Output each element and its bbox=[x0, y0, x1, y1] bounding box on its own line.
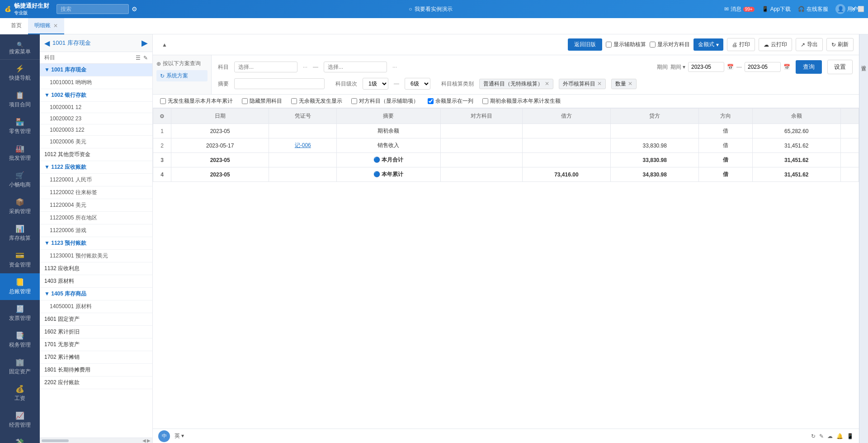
cb-hide-disabled-label[interactable]: 隐藏禁用科目 bbox=[242, 97, 282, 105]
tree-item-1002[interactable]: ▼ 1002 银行存款 bbox=[40, 89, 152, 102]
nav-left-icon[interactable]: ◀ bbox=[44, 39, 50, 48]
lang-label[interactable]: 英 ▾ bbox=[175, 432, 184, 440]
tree-item-1122[interactable]: ▼ 1122 应收账款 bbox=[40, 161, 152, 174]
return-old-btn[interactable]: 返回旧版 bbox=[568, 38, 602, 51]
collapse-more-btn[interactable]: ▲ bbox=[158, 40, 173, 50]
period-start-input[interactable] bbox=[688, 62, 724, 72]
window-close[interactable]: ✕ bbox=[851, 6, 856, 12]
tree-item-1123[interactable]: ▼ 1123 预付账款 bbox=[40, 237, 152, 250]
sidebar-item-purchase[interactable]: 📦 采购管理 bbox=[0, 193, 40, 220]
edit-icon[interactable]: ✎ bbox=[819, 433, 824, 439]
sidebar-item-operations[interactable]: 📈 经营管理 bbox=[0, 407, 40, 433]
tree-item-1012[interactable]: 1012 其他货币资金 bbox=[40, 148, 152, 161]
print-btn[interactable]: 🖨 打印 bbox=[727, 38, 755, 51]
sidebar-item-sales[interactable]: 💸 小畅报销 bbox=[0, 433, 40, 443]
refresh-btn[interactable]: ↻ 刷新 bbox=[826, 38, 854, 51]
calendar-icon-1[interactable]: 📅 bbox=[727, 64, 734, 70]
tree-item-2202[interactable]: 2202 应付账款 bbox=[40, 376, 152, 389]
tag-quantity-close[interactable]: ✕ bbox=[628, 81, 632, 87]
cb-show-opposite-label[interactable]: 对方科目（显示辅助项） bbox=[351, 97, 419, 105]
sidebar-item-assets[interactable]: 🏢 固定资产 bbox=[0, 353, 40, 380]
app-download-btn[interactable]: 📱 App下载 bbox=[762, 5, 791, 13]
tab-detail-close[interactable]: ✕ bbox=[53, 23, 58, 29]
show-opposite-checkbox[interactable] bbox=[650, 42, 656, 48]
subject-end-input[interactable] bbox=[324, 62, 387, 72]
sidebar-item-project[interactable]: 📋 项目合同 bbox=[0, 86, 40, 113]
tab-home[interactable]: 首页 bbox=[5, 18, 28, 34]
query-btn[interactable]: 查询 bbox=[796, 60, 822, 74]
tree-scroll-left[interactable]: ◀ bbox=[142, 438, 146, 443]
tree-item-10020003[interactable]: 10020003 122 bbox=[40, 124, 152, 136]
tree-item-11220005[interactable]: 11220005 所在地区 bbox=[40, 212, 152, 224]
cb-show-opposite[interactable] bbox=[351, 98, 357, 104]
mobile-icon[interactable]: 📱 bbox=[847, 433, 854, 439]
tree-item-1403[interactable]: 1403 原材料 bbox=[40, 275, 152, 288]
tree-edit-icon[interactable]: ✎ bbox=[143, 55, 148, 61]
cb-show-beginning-label[interactable]: 期初余额显示本年累计发生额 bbox=[482, 97, 561, 105]
tree-item-1601[interactable]: 1601 固定资产 bbox=[40, 313, 152, 326]
message-btn[interactable]: ✉ 消息 99+ bbox=[724, 5, 755, 13]
sidebar-item-salary[interactable]: 💰 工资 bbox=[0, 380, 40, 407]
tree-item-10020002[interactable]: 10020002 23 bbox=[40, 113, 152, 124]
tree-item-11230001[interactable]: 11230001 预付账款美元 bbox=[40, 250, 152, 262]
cloud-bottom-icon[interactable]: ☁ bbox=[827, 433, 833, 439]
cb-no-zero[interactable] bbox=[291, 98, 297, 104]
period-type-dropdown[interactable]: 期间 ▾ bbox=[670, 63, 685, 71]
demo-link[interactable]: ○ 我要看实例演示 bbox=[137, 5, 724, 13]
level-start-select[interactable]: 1级 2级 bbox=[363, 78, 388, 90]
refresh-bottom-icon[interactable]: ↻ bbox=[811, 433, 816, 439]
settings-btn[interactable]: 设置 bbox=[827, 60, 853, 74]
top-search-input[interactable] bbox=[57, 4, 129, 14]
tree-item-1405[interactable]: ▼ 1405 库存商品 bbox=[40, 288, 152, 300]
filter-dots-2[interactable]: ··· bbox=[392, 64, 397, 70]
sidebar-item-retail[interactable]: 🏪 零售管理 bbox=[0, 113, 40, 140]
tree-item-10010001[interactable]: 10010001 哟哟哟 bbox=[40, 76, 152, 89]
cb-balance-one-col[interactable] bbox=[428, 98, 434, 104]
online-service-btn[interactable]: 🎧 在线客服 bbox=[798, 5, 828, 13]
tree-item-1132[interactable]: 1132 应收利息 bbox=[40, 262, 152, 275]
show-aux-checkbox[interactable] bbox=[606, 42, 612, 48]
filter-dots-1[interactable]: ··· bbox=[303, 64, 307, 70]
tag-normal-close[interactable]: ✕ bbox=[545, 81, 549, 87]
window-maximize[interactable]: ⬜ bbox=[858, 6, 864, 12]
tree-item-14050001[interactable]: 14050001 原材料 bbox=[40, 300, 152, 313]
settings-icon[interactable]: ⚙ bbox=[132, 5, 137, 13]
amount-format-btn[interactable]: 金额式 ▾ bbox=[693, 38, 723, 51]
level-end-select[interactable]: 6级 5级 bbox=[405, 78, 430, 90]
sidebar-item-ledger[interactable]: 📒 总账管理 bbox=[0, 273, 40, 300]
row-2-voucher[interactable]: 记-006 bbox=[269, 138, 337, 153]
tree-item-1701[interactable]: 1701 无形资产 bbox=[40, 338, 152, 351]
tree-scroll-right[interactable]: ▶ bbox=[147, 438, 151, 443]
subject-input[interactable] bbox=[234, 62, 297, 72]
tree-item-10020001[interactable]: 10020001 12 bbox=[40, 102, 152, 113]
sidebar-item-ecommerce[interactable]: 🛒 小畅电商 bbox=[0, 167, 40, 193]
translate-btn[interactable]: 中 bbox=[158, 430, 170, 442]
bell-icon[interactable]: 🔔 bbox=[836, 433, 843, 439]
sidebar-item-shortcut[interactable]: ⚡ 快捷导航 bbox=[0, 60, 40, 86]
sidebar-item-finance[interactable]: 💳 资金管理 bbox=[0, 247, 40, 273]
cb-hide-disabled[interactable] bbox=[242, 98, 248, 104]
nav-right-icon[interactable]: ▶ bbox=[142, 38, 148, 48]
tag-foreign-close[interactable]: ✕ bbox=[597, 81, 602, 87]
tree-item-1001[interactable]: ▼ 1001 库存现金 bbox=[40, 64, 152, 76]
col-settings[interactable]: ⚙ bbox=[153, 109, 171, 124]
cb-no-balance-label[interactable]: 无发生额显示本月本年累计 bbox=[160, 97, 233, 105]
calendar-icon-2[interactable]: 📅 bbox=[783, 64, 790, 70]
tree-list-icon[interactable]: ☰ bbox=[136, 55, 141, 61]
sidebar-item-inventory[interactable]: 📊 库存核算 bbox=[0, 220, 40, 247]
cb-no-zero-label[interactable]: 无余额无发生显示 bbox=[291, 97, 342, 105]
tree-item-11220004[interactable]: 11220004 美元 bbox=[40, 199, 152, 212]
tree-item-11220002[interactable]: 11220002 往来标签 bbox=[40, 186, 152, 199]
sidebar-item-tax[interactable]: 📑 税务管理 bbox=[0, 327, 40, 353]
sidebar-item-search[interactable]: 🔍 搜索菜单 bbox=[0, 38, 40, 60]
cb-no-balance[interactable] bbox=[160, 98, 166, 104]
system-scheme-item[interactable]: ↻ 系统方案 bbox=[156, 70, 208, 81]
export-btn[interactable]: ↗ 导出 bbox=[796, 38, 823, 51]
tree-item-11220001[interactable]: 11220001 人民币 bbox=[40, 174, 152, 186]
tab-detail[interactable]: 明细账 ✕ bbox=[28, 18, 64, 34]
tree-item-11220006[interactable]: 11220006 游戏 bbox=[40, 224, 152, 237]
cb-balance-one-col-label[interactable]: 余额显示在一列 bbox=[428, 97, 473, 105]
tree-item-1702[interactable]: 1702 累计摊销 bbox=[40, 351, 152, 364]
summary-input[interactable] bbox=[234, 78, 325, 89]
settings-side-text[interactable]: 设置 bbox=[860, 62, 867, 63]
